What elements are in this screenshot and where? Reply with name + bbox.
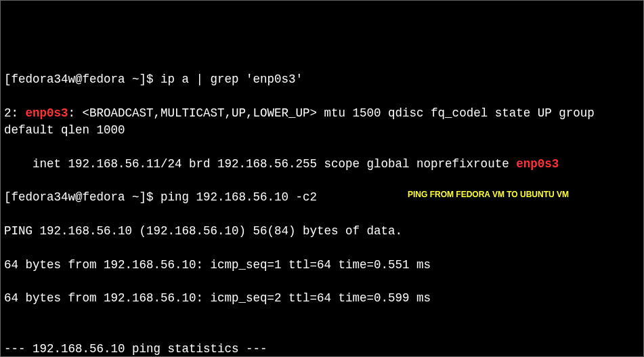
terminal-line: [fedora34w@fedora ~]$ ping 192.168.56.10… [4, 189, 640, 206]
shell-prompt: [fedora34w@fedora ~]$ [4, 190, 160, 204]
output-text: 2: [4, 106, 26, 120]
terminal-line: [fedora34w@fedora ~]$ ip a | grep 'enp0s… [4, 71, 640, 88]
terminal-output: 64 bytes from 192.168.56.10: icmp_seq=2 … [4, 290, 640, 307]
terminal-output: inet 192.168.56.11/24 brd 192.168.56.255… [4, 156, 640, 173]
terminal-output: 2: enp0s3: <BROADCAST,MULTICAST,UP,LOWER… [4, 105, 640, 139]
terminal-output: PING 192.168.56.10 (192.168.56.10) 56(84… [4, 223, 640, 240]
command-text: ip a | grep 'enp0s3' [160, 72, 303, 86]
command-text: ping 192.168.56.10 -c2 [160, 190, 317, 204]
annotation-label: PING FROM FEDORA VM TO UBUNTU VM [408, 189, 569, 201]
terminal-output: --- 192.168.56.10 ping statistics --- [4, 341, 640, 357]
output-text: : <BROADCAST,MULTICAST,UP,LOWER_UP> mtu … [4, 106, 601, 137]
terminal-output: 64 bytes from 192.168.56.10: icmp_seq=1 … [4, 257, 640, 274]
grep-highlight: enp0s3 [516, 157, 559, 171]
grep-highlight: enp0s3 [26, 106, 68, 120]
shell-prompt: [fedora34w@fedora ~]$ [4, 72, 160, 86]
output-text: inet 192.168.56.11/24 brd 192.168.56.255… [4, 157, 516, 171]
